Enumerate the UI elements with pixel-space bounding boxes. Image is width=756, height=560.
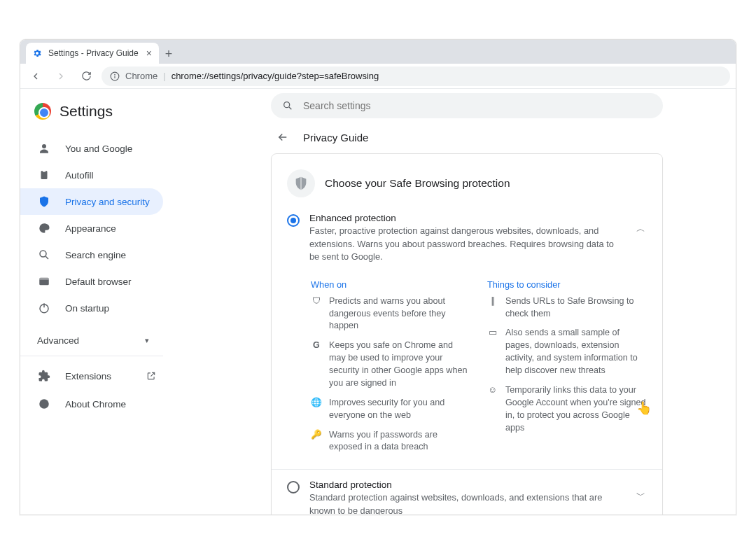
sidebar-item-privacy-security[interactable]: Privacy and security [20,188,163,215]
svg-point-11 [284,102,290,108]
shield-header-icon [287,169,315,197]
option-description: Standard protection against websites, do… [309,491,644,515]
privacy-guide-card: Choose your Safe Browsing protection Enh… [271,153,663,515]
detail-text: Warns you if passwords are exposed in a … [329,429,470,454]
browser-tab[interactable]: Settings - Privacy Guide × [26,43,159,64]
card-title: Choose your Safe Browsing protection [325,177,510,190]
clipboard-icon [37,169,51,181]
settings-search-input[interactable] [303,100,652,111]
sidebar-item-autofill[interactable]: Autofill [20,162,163,188]
radio-standard[interactable] [287,481,300,493]
reload-button[interactable] [76,66,96,86]
main-column: Privacy Guide Choose your Safe Browsing … [265,89,736,514]
globe-icon: 🌐 [311,397,322,422]
settings-page: Settings You and Google Autofill Privacy… [20,89,736,514]
search-icon [282,100,293,111]
browser-icon [37,275,51,288]
option-title: Enhanced protection [309,213,644,223]
account-icon: ☺ [487,384,498,435]
svg-rect-8 [39,278,49,280]
sidebar-item-search-engine[interactable]: Search engine [20,241,163,268]
forward-nav-button[interactable] [51,66,71,86]
advanced-label: Advanced [37,335,79,346]
detail-text: Temporarily links this data to your Goog… [505,384,647,435]
back-nav-button[interactable] [26,66,46,86]
tab-title: Settings - Privacy Guide [48,48,139,58]
sidebar-item-on-startup[interactable]: On startup [20,295,163,321]
site-info-icon[interactable] [110,71,120,81]
tab-strip: Settings - Privacy Guide × + [20,40,736,64]
chevron-down-icon: ▾ [145,336,149,345]
key-icon: 🔑 [311,429,322,454]
option-title: Standard protection [309,479,644,490]
sidebar-item-label: Autofill [65,170,94,181]
sidebar-item-default-browser[interactable]: Default browser [20,268,163,295]
window-icon: ▭ [487,327,498,377]
breadcrumb-back-button[interactable] [276,131,289,144]
close-icon[interactable]: × [146,48,152,59]
option-enhanced-protection[interactable]: Enhanced protection Faster, proactive pr… [272,210,662,272]
when-on-heading: When on [311,279,470,290]
address-bar[interactable]: Chrome | chrome://settings/privacy/guide… [102,66,730,86]
omnibox-origin: Chrome [125,71,158,81]
chevron-up-icon[interactable]: ︿ [636,223,645,235]
svg-point-6 [40,251,46,257]
sidebar-item-label: On startup [65,303,109,314]
sidebar-item-extensions[interactable]: Extensions [20,362,163,390]
svg-rect-4 [41,171,48,179]
breadcrumb: Privacy Guide [265,118,702,153]
sidebar-item-label: Privacy and security [65,197,150,207]
sidebar-item-label: Default browser [65,276,132,287]
search-icon [37,248,51,261]
enhanced-details: When on 🛡Predicts and warns you about da… [272,272,662,467]
detail-text: Keeps you safe on Chrome and may be used… [329,340,470,390]
settings-search[interactable] [271,93,663,118]
divider [272,469,662,470]
chrome-logo-icon [34,103,51,120]
new-tab-button[interactable]: + [159,44,178,64]
chrome-icon [37,398,51,410]
detail-text: Improves security for you and everyone o… [329,397,470,422]
things-to-consider-heading: Things to consider [487,279,647,290]
sidebar-item-label: You and Google [65,144,132,154]
sidebar-item-you-and-google[interactable]: You and Google [20,135,163,162]
svg-point-1 [114,74,115,75]
google-g-icon: G [311,340,322,390]
breadcrumb-title: Privacy Guide [303,132,368,144]
option-description: Faster, proactive protection against dan… [309,225,644,264]
power-icon [37,302,51,314]
svg-rect-5 [43,170,46,172]
sidebar-item-about-chrome[interactable]: About Chrome [20,390,163,418]
about-label: About Chrome [65,399,126,410]
browser-toolbar: Chrome | chrome://settings/privacy/guide… [20,64,736,89]
option-standard-protection[interactable]: Standard protection Standard protection … [272,477,662,515]
detail-text: Also sends a small sample of pages, down… [505,327,647,377]
radio-enhanced[interactable] [287,214,300,227]
palette-icon [37,222,51,234]
browser-window: Settings - Privacy Guide × + Chrome | ch… [20,39,736,515]
sidebar-item-appearance[interactable]: Appearance [20,215,163,241]
sidebar-item-label: Search engine [65,250,126,260]
puzzle-icon [37,370,51,382]
shield-icon: 🛡 [311,295,322,333]
extensions-label: Extensions [65,371,111,382]
sidebar-advanced-toggle[interactable]: Advanced ▾ [20,326,163,356]
left-column: Settings You and Google Autofill Privacy… [20,89,265,514]
svg-point-3 [42,144,46,148]
chevron-down-icon[interactable]: ﹀ [636,489,645,502]
svg-rect-2 [114,76,115,78]
sidebar-item-label: Appearance [65,223,116,234]
omnibox-path: chrome://settings/privacy/guide?step=saf… [172,71,379,81]
detail-text: Sends URLs to Safe Browsing to check the… [505,295,647,321]
shield-icon [37,195,51,208]
person-icon [37,142,51,155]
detail-text: Predicts and warns you about dangerous e… [329,295,470,333]
open-external-icon [146,371,156,381]
settings-sidebar: You and Google Autofill Privacy and secu… [20,127,265,418]
svg-point-10 [39,399,49,409]
bars-icon: ∥ [487,295,498,321]
gear-icon [31,48,43,59]
page-title: Settings [59,103,113,120]
